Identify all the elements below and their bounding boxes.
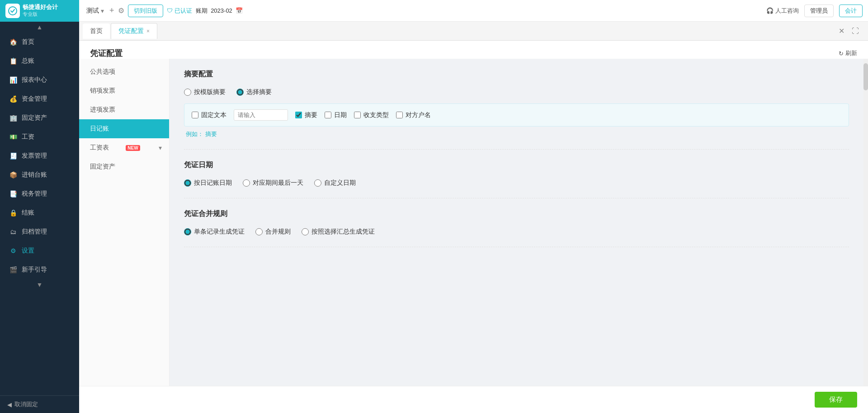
refresh-button[interactable]: ↻ 刷新	[839, 49, 857, 57]
unpin-icon: ◀	[7, 401, 12, 408]
save-button[interactable]: 保存	[815, 392, 857, 408]
radio-select-summary[interactable]: 选择摘要	[236, 88, 272, 96]
sidebar-item-invoice[interactable]: 🧾 发票管理	[0, 146, 79, 165]
config-sidebar-public[interactable]: 公共选项	[79, 62, 169, 81]
cancel-fixed-button[interactable]: ◀ 取消固定	[0, 395, 79, 413]
sidebar-item-funds[interactable]: 💰 资金管理	[0, 89, 79, 108]
sales-icon: 📦	[9, 171, 17, 179]
settings-icon: ⚙	[9, 247, 17, 255]
scrollbar-thumb[interactable]	[863, 63, 868, 90]
service-button[interactable]: 🎧 人工咨询	[766, 7, 799, 15]
income-type-checkbox[interactable]	[354, 112, 361, 118]
ledger-icon: 📋	[9, 57, 17, 65]
reports-icon: 📊	[9, 76, 17, 84]
logo-icon	[5, 4, 20, 18]
summary-section-title: 摘要配置	[184, 70, 849, 79]
sidebar-scroll-up[interactable]: ▲	[0, 22, 79, 33]
tab-home[interactable]: 首页	[83, 23, 110, 39]
chevron-down-icon-payroll[interactable]: ▾	[159, 144, 162, 151]
accountant-button[interactable]: 会计	[839, 5, 863, 17]
svg-point-0	[9, 7, 17, 15]
sidebar-item-settings[interactable]: ⚙ 设置	[0, 241, 79, 260]
shield-icon: 🛡	[167, 7, 173, 14]
admin-button[interactable]: 管理员	[804, 5, 834, 17]
example-text: 例如： 摘要	[186, 130, 849, 138]
fixed-text-checkbox[interactable]	[192, 112, 198, 118]
radio-merge-rule-input[interactable]	[255, 228, 263, 235]
config-sidebar: 公共选项 销项发票 进项发票 日记账 工资表 NEW ▾ 固定资产	[79, 59, 170, 386]
summary-options-row: 固定文本 摘要 日期	[184, 103, 849, 127]
radio-custom-date[interactable]: 自定义日期	[314, 179, 356, 187]
sidebar-item-archive[interactable]: 🗂 归档管理	[0, 222, 79, 241]
tab-voucher-config[interactable]: 凭证配置 ×	[111, 23, 157, 39]
radio-merge-rule[interactable]: 合并规则	[255, 228, 291, 236]
maximize-window-button[interactable]: ⛶	[850, 25, 861, 37]
checkbox-counterpart[interactable]: 对方户名	[396, 111, 431, 119]
sidebar-item-salary[interactable]: 💵 工资	[0, 127, 79, 146]
refresh-icon: ↻	[839, 50, 844, 57]
radio-summary-generate[interactable]: 按照选择汇总生成凭证	[302, 228, 375, 236]
sidebar-item-assets[interactable]: 🏢 固定资产	[0, 108, 79, 127]
calendar-icon[interactable]: 📅	[236, 7, 243, 14]
config-sidebar-payroll[interactable]: 工资表 NEW ▾	[79, 138, 169, 157]
config-sidebar-diary[interactable]: 日记账	[79, 119, 169, 138]
funds-icon: 💰	[9, 95, 17, 103]
radio-template-summary[interactable]: 按模版摘要	[184, 88, 226, 96]
config-main: 摘要配置 按模版摘要 选择摘要	[170, 59, 863, 386]
salary-icon: 💵	[9, 133, 17, 141]
chevron-down-icon[interactable]: ▾	[101, 7, 104, 14]
period-info: 账期 2023-02 📅	[196, 7, 243, 15]
closing-icon: 🔒	[9, 209, 17, 217]
tab-bar: 首页 凭证配置 × ✕ ⛶	[79, 22, 868, 41]
certified-badge: 🛡 已认证	[167, 7, 192, 15]
radio-diary-date[interactable]: 按日记账日期	[184, 179, 232, 187]
summary-checkbox[interactable]	[295, 112, 302, 118]
sidebar-item-closing[interactable]: 🔒 结账	[0, 203, 79, 222]
radio-period-last[interactable]: 对应期间最后一天	[243, 179, 303, 187]
sidebar-item-ledger[interactable]: 📋 总账	[0, 52, 79, 70]
page-header: 凭证配置 ↻ 刷新	[79, 41, 868, 59]
sidebar: ▲ 🏠 首页 📋 总账 📊 报表中心 💰 资金管理 🏢 固定资产	[0, 22, 79, 413]
config-sidebar-fixed-assets[interactable]: 固定资产	[79, 157, 169, 176]
counterpart-checkbox[interactable]	[396, 112, 403, 118]
radio-custom-date-input[interactable]	[314, 179, 321, 187]
guide-icon: 🎬	[9, 266, 17, 274]
bottom-bar: 保存	[79, 386, 868, 413]
checkbox-summary[interactable]: 摘要	[295, 111, 317, 119]
radio-diary-date-input[interactable]	[184, 179, 191, 187]
sidebar-item-guide[interactable]: 🎬 新手引导	[0, 260, 79, 279]
tab-close-icon[interactable]: ×	[146, 28, 150, 34]
radio-single-record[interactable]: 单条记录生成凭证	[184, 228, 245, 236]
invoice-icon: 🧾	[9, 152, 17, 160]
radio-template-input[interactable]	[184, 89, 191, 96]
date-checkbox[interactable]	[325, 112, 331, 118]
sidebar-scroll-down[interactable]: ▼	[0, 279, 79, 290]
config-sidebar-sales-invoice[interactable]: 销项发票	[79, 81, 169, 100]
checkbox-date[interactable]: 日期	[325, 111, 347, 119]
checkbox-fixed-text[interactable]: 固定文本	[192, 111, 226, 119]
sidebar-item-home[interactable]: 🏠 首页	[0, 33, 79, 52]
switch-version-button[interactable]: 切到旧版	[128, 5, 163, 17]
sidebar-item-reports[interactable]: 📊 报表中心	[0, 70, 79, 89]
merge-rules-section-title: 凭证合并规则	[184, 209, 849, 219]
logo-sub: 专业版	[23, 11, 58, 18]
sidebar-item-tax[interactable]: 📑 税务管理	[0, 184, 79, 203]
radio-period-last-input[interactable]	[243, 179, 250, 187]
radio-single-record-input[interactable]	[184, 228, 191, 235]
sidebar-item-sales[interactable]: 📦 进销台账	[0, 165, 79, 184]
page-title: 凭证配置	[90, 48, 123, 59]
config-sidebar-purchase-invoice[interactable]: 进项发票	[79, 100, 169, 119]
logo-text: 畅捷通好会计	[23, 4, 58, 11]
right-scrollbar[interactable]	[863, 59, 868, 386]
radio-select-input[interactable]	[236, 89, 244, 96]
add-icon[interactable]: +	[109, 6, 114, 15]
assets-icon: 🏢	[9, 114, 17, 122]
radio-summary-generate-input[interactable]	[302, 228, 309, 235]
logo-text-block: 畅捷通好会计 专业版	[23, 4, 58, 18]
checkbox-income-type[interactable]: 收支类型	[354, 111, 389, 119]
archive-icon: 🗂	[9, 228, 17, 236]
gear-icon[interactable]: ⚙	[118, 6, 124, 15]
fixed-text-input[interactable]	[234, 109, 288, 121]
close-window-button[interactable]: ✕	[837, 25, 846, 37]
voucher-date-radio-group: 按日记账日期 对应期间最后一天 自定义日期	[184, 179, 849, 187]
